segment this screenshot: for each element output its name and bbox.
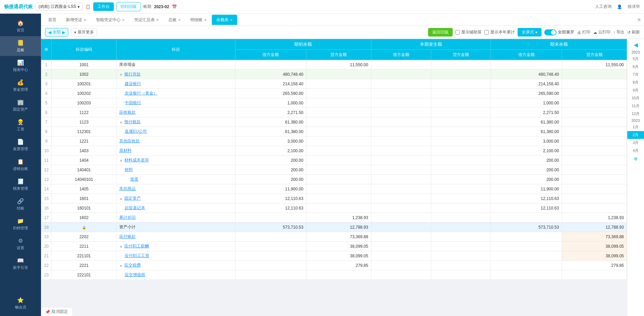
month-9[interactable]: 9月 (627, 86, 644, 94)
expand-icon[interactable]: ▲ (119, 244, 124, 248)
row-amount (562, 108, 627, 117)
show-ytd-input[interactable] (484, 30, 489, 34)
table-body: 11001库存现金11,550.0011,550.0021002▲ 银行存款48… (41, 60, 627, 280)
row-name[interactable]: ▲ 固定资产 (117, 194, 235, 203)
tab-voucher-summary[interactable]: 凭证汇总表 ✕ (130, 15, 163, 25)
row-name[interactable]: 起提基记本 (117, 203, 235, 213)
row-name[interactable]: 壹蛋 (117, 175, 235, 184)
sidebar-item-tax[interactable]: 🧾 税务管理 (0, 175, 41, 195)
month-11[interactable]: 11月 (627, 102, 644, 110)
sidebar-item-archive[interactable]: 📁 归档管理 (0, 214, 41, 234)
expand-icon[interactable]: ▲ (119, 120, 124, 124)
workbench-button[interactable]: 工作台 (93, 2, 114, 11)
switch-version-button[interactable]: 切到旧版 (117, 2, 140, 11)
tab-detail-ledger[interactable]: 明细账 ✕ (186, 15, 211, 25)
row-name[interactable]: ▲ 银行存款 (117, 70, 235, 79)
sidebar-item-close[interactable]: 🔗 结账 (0, 195, 41, 214)
export-button[interactable]: ↑ 导出 (613, 29, 625, 35)
tab-new-voucher[interactable]: 新增凭证 ✕ (61, 15, 91, 25)
row-code: 100202 (52, 89, 117, 98)
show-aux-checkbox[interactable]: 显示辅助算 (455, 29, 482, 35)
close-all-tabs[interactable]: ✕ (637, 17, 641, 23)
sidebar-expand-icon[interactable]: ◀ (634, 42, 638, 48)
row-name[interactable]: ▲ 应付职工薪酬 (117, 242, 235, 251)
row-amount (431, 117, 491, 127)
row-amount (306, 270, 371, 280)
tab-general-ledger[interactable]: 总账 ✕ (164, 15, 185, 25)
sidebar-item-reports[interactable]: 📊 报表中心 (0, 56, 41, 76)
month-6[interactable]: 6月 (627, 63, 644, 71)
month-10[interactable]: 10月 (627, 94, 644, 102)
expand-icon[interactable]: ▲ (119, 72, 124, 76)
sidebar-item-invoice[interactable]: 📄 发票管理 (0, 135, 41, 155)
row-name[interactable]: 建设银行 (117, 79, 235, 89)
month-4[interactable]: 4月 (627, 147, 644, 155)
print-button[interactable]: 🖨 打印 (577, 29, 590, 35)
user-name[interactable]: 徐泽华 (628, 4, 640, 10)
tab-smart-voucher[interactable]: 智能凭证中心 ✕ (92, 15, 129, 25)
show-aux-input[interactable] (455, 30, 460, 34)
row-name[interactable]: 材料 (117, 165, 235, 175)
return-old-version-button[interactable]: 返回旧版 (428, 28, 453, 37)
sidebar-item-ledger[interactable]: 📒 总账 (0, 36, 41, 56)
tab-smart-voucher-close[interactable]: ✕ (122, 18, 125, 22)
month-12[interactable]: 12月 (627, 110, 644, 118)
filter-all-button[interactable]: ◀ 全部 ▶ (45, 28, 68, 37)
row-amount (371, 194, 431, 203)
cloud-print-button[interactable]: ☁ 云打印 (593, 29, 611, 35)
expand-icon[interactable]: ▲ (119, 197, 124, 200)
toggle-switch[interactable] (544, 29, 557, 35)
row-name[interactable]: 库存商品 (117, 184, 235, 194)
row-name[interactable]: 其他应收款 (117, 137, 235, 146)
tab-balance-close[interactable]: ✕ (230, 18, 233, 22)
row-name[interactable]: 农业银行（黄金） (117, 89, 235, 98)
month-3[interactable]: 3月 (627, 139, 644, 147)
month-8[interactable]: 8月 (627, 78, 644, 86)
th-config[interactable]: ⚙ (41, 39, 52, 60)
sidebar-item-guide[interactable]: 📖 新手引导 (0, 254, 41, 274)
row-name[interactable]: 应交增值税 (117, 270, 235, 280)
sidebar-item-assets[interactable]: 🏢 固定资产 (0, 96, 41, 115)
sidebar-item-salary[interactable]: 👷 工资 (0, 115, 41, 135)
row-code: 2211 (52, 242, 117, 251)
expand-more-button[interactable]: ▾ 展开更多 (71, 28, 97, 37)
consult-label[interactable]: 人工咨询 (595, 4, 612, 10)
sidebar-item-home[interactable]: 🏠 首页 (0, 16, 41, 36)
row-name[interactable]: ▲ 预付账款 (117, 117, 235, 127)
row-name[interactable]: 中国银行 (117, 98, 235, 108)
tab-home[interactable]: 首页 (44, 15, 61, 25)
row-num: 5 (41, 98, 52, 108)
row-name[interactable]: 原材料 (117, 146, 235, 156)
refresh-button[interactable]: ↺ 刷新 (627, 29, 640, 35)
row-num: 23 (41, 270, 52, 280)
show-ytd-checkbox[interactable]: 显示本年累计 (484, 29, 515, 35)
month-1[interactable]: 1月 (627, 123, 644, 131)
tab-general-ledger-close[interactable]: ✕ (178, 18, 181, 22)
calendar-icon[interactable]: 📅 (172, 4, 177, 9)
full-mode-button[interactable]: 全屏式 ▾ (518, 28, 542, 37)
row-name[interactable]: 应付职工工资 (117, 251, 235, 261)
month-2[interactable]: 2月 (627, 131, 644, 139)
month-7[interactable]: 7月 (627, 71, 644, 78)
tab-detail-ledger-close[interactable]: ✕ (204, 18, 207, 22)
expand-icon[interactable]: ▲ (119, 158, 124, 162)
sidebar-item-member[interactable]: ⭐ 畅会员 (0, 293, 41, 313)
sidebar-item-settings[interactable]: ⚙ 设置 (0, 234, 41, 254)
row-name[interactable]: 累计折旧 (117, 213, 235, 222)
tab-voucher-summary-close[interactable]: ✕ (156, 18, 159, 22)
month-5[interactable]: 5月 (627, 55, 644, 63)
sidebar-item-sales[interactable]: 📋 进销台账 (0, 155, 41, 175)
tab-new-voucher-close[interactable]: ✕ (84, 18, 86, 22)
row-name[interactable]: 应收账款 (117, 108, 235, 117)
copy-icon[interactable]: 📋 (85, 4, 91, 9)
tab-balance[interactable]: 余额表 ✕ (212, 15, 237, 25)
row-name[interactable]: ▲ 应交税费 (117, 261, 235, 270)
row-amount (306, 79, 371, 89)
row-name[interactable]: 应付账款 (117, 232, 235, 242)
add-period-icon[interactable]: ⊕ (634, 155, 638, 163)
row-name[interactable]: 嘉属EU公司 (117, 127, 235, 137)
sidebar-item-capital[interactable]: 💰 资金管理 (0, 76, 41, 96)
company-selector[interactable]: (劝前) 江西股金-LSS ▾ (36, 3, 83, 11)
expand-icon[interactable]: ▲ (119, 263, 124, 267)
row-name[interactable]: ▲ 材料成本差异 (117, 156, 235, 165)
